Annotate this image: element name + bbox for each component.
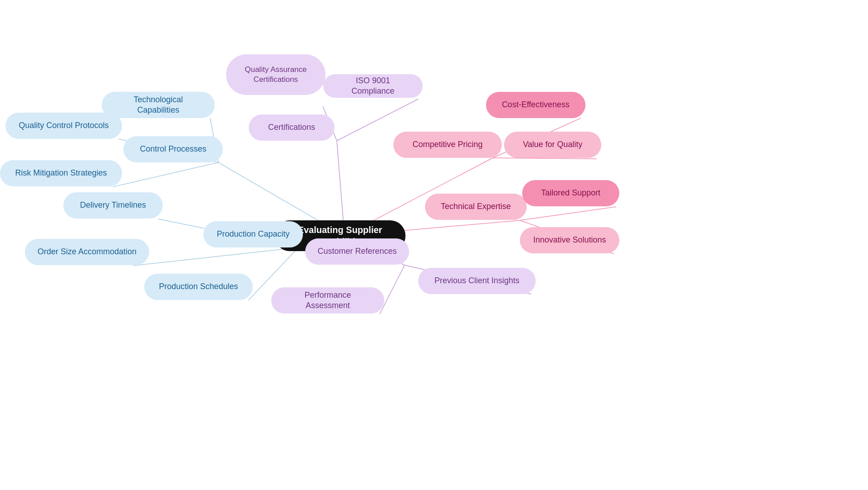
innovative-solutions-node: Innovative Solutions <box>520 227 619 253</box>
certifications-node: Certifications <box>249 114 335 141</box>
svg-line-10 <box>113 162 218 187</box>
svg-line-14 <box>380 265 405 314</box>
svg-line-18 <box>520 207 616 220</box>
production-schedules-node: Production Schedules <box>144 274 253 300</box>
cost-effectiveness-node: Cost-Effectiveness <box>486 92 585 118</box>
svg-line-17 <box>493 158 597 159</box>
tailored-support-node: Tailored Support <box>522 180 619 206</box>
technical-expertise-node: Technical Expertise <box>425 194 527 220</box>
performance-assessment-node: Performance Assessment <box>271 287 384 314</box>
production-capacity-node: Production Capacity <box>203 221 303 247</box>
iso-compliance-node: ISO 9001 Compliance <box>323 74 423 98</box>
value-for-quality-node: Value for Quality <box>504 132 601 158</box>
quality-control-protocols-node: Quality Control Protocols <box>5 113 122 139</box>
order-size-accommodation-node: Order Size Accommodation <box>25 239 149 265</box>
control-processes-node: Control Processes <box>123 136 223 162</box>
quality-assurance-node: Quality Assurance Certifications <box>226 54 326 95</box>
svg-line-12 <box>133 247 298 266</box>
delivery-timelines-node: Delivery Timelines <box>63 192 163 219</box>
previous-client-insights-node: Previous Client Insights <box>418 268 536 294</box>
customer-references-node: Customer References <box>305 238 409 265</box>
competitive-pricing-node: Competitive Pricing <box>393 132 502 158</box>
risk-mitigation-strategies-node: Risk Mitigation Strategies <box>0 160 122 186</box>
technological-capabilities-node: Technological Capabilities <box>102 92 215 118</box>
